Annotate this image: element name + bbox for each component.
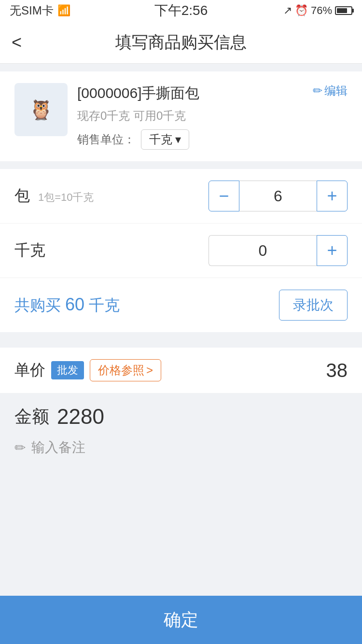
pencil-icon: ✏ xyxy=(14,440,26,456)
unit-selector[interactable]: 千克 ▾ xyxy=(141,129,189,150)
total-row: 共购买 60 千克 录批次 xyxy=(0,278,362,332)
kg-increment-button[interactable]: + xyxy=(317,235,348,266)
status-left: 无SIM卡 📶 xyxy=(10,3,70,18)
product-card: 🦉 [0000006]手撕面包 现存0千克 可用0千克 销售单位： 千克 ▾ ✏… xyxy=(0,71,362,161)
carrier-text: 无SIM卡 xyxy=(10,3,54,18)
alarm-icon: ⏰ xyxy=(295,4,308,17)
input-section: 包 1包=10千克 − + 千克 + xyxy=(0,169,362,278)
price-value: 38 xyxy=(326,360,348,381)
chevron-right-icon: > xyxy=(146,364,153,377)
gps-icon: ↗ xyxy=(283,4,292,17)
bag-hint: 1包=10千克 xyxy=(38,191,94,203)
battery-text: 76% xyxy=(311,4,332,17)
nav-bar: < 填写商品购买信息 xyxy=(0,21,362,64)
page-title: 填写商品购买信息 xyxy=(115,31,247,54)
wifi-icon: 📶 xyxy=(57,4,70,17)
total-label: 共购买 xyxy=(14,296,61,314)
bag-number-control: − + xyxy=(209,181,348,211)
unit-value: 千克 xyxy=(149,132,172,147)
product-thumbnail: 🦉 xyxy=(14,83,68,136)
battery-fill xyxy=(337,8,347,13)
edit-icon: ✏ xyxy=(313,84,322,98)
kg-input-row: 千克 + xyxy=(0,224,362,278)
remark-row[interactable]: ✏ 输入备注 xyxy=(14,438,348,468)
status-bar: 无SIM卡 📶 下午2:56 ↗ ⏰ 76% xyxy=(0,0,362,21)
price-tag: 批发 xyxy=(51,361,84,379)
total-amount: 60 xyxy=(65,294,84,314)
product-name: [0000006]手撕面包 xyxy=(77,83,348,103)
status-right: ↗ ⏰ 76% xyxy=(283,4,352,17)
confirm-label: 确定 xyxy=(164,608,198,632)
back-button[interactable]: < xyxy=(12,32,22,53)
product-stock: 现存0千克 可用0千克 xyxy=(77,108,348,124)
edit-button[interactable]: ✏ 编辑 xyxy=(313,83,348,98)
bag-decrement-button[interactable]: − xyxy=(209,181,239,211)
remark-placeholder: 输入备注 xyxy=(31,438,85,457)
kg-input[interactable] xyxy=(209,235,317,266)
bag-increment-button[interactable]: + xyxy=(317,181,348,211)
product-logo-icon: 🦉 xyxy=(29,98,53,121)
price-label: 单价 xyxy=(14,360,45,381)
price-ref-label: 价格参照 xyxy=(98,363,144,378)
price-reference-button[interactable]: 价格参照 > xyxy=(90,359,161,381)
amount-label: 金额 xyxy=(14,405,49,429)
price-section: 单价 批发 价格参照 > 38 xyxy=(0,348,362,393)
bag-input[interactable] xyxy=(239,181,317,211)
bag-input-row: 包 1包=10千克 − + xyxy=(0,169,362,224)
product-unit-row: 销售单位： 千克 ▾ xyxy=(77,129,348,150)
edit-label: 编辑 xyxy=(324,83,348,98)
kg-label: 千克 xyxy=(14,240,209,261)
batch-button[interactable]: 录批次 xyxy=(279,290,348,321)
price-row: 单价 批发 价格参照 > 38 xyxy=(14,359,348,381)
confirm-bar[interactable]: 确定 xyxy=(0,596,362,644)
chevron-down-icon: ▾ xyxy=(175,133,181,146)
bag-label: 包 1包=10千克 xyxy=(14,185,209,207)
divider-2 xyxy=(0,332,362,340)
amount-section: 金额 2280 ✏ 输入备注 xyxy=(0,393,362,468)
status-time: 下午2:56 xyxy=(154,1,208,20)
unit-label: 销售单位： xyxy=(77,132,135,147)
battery-icon xyxy=(335,6,352,15)
kg-number-control: + xyxy=(209,235,348,266)
amount-row: 金额 2280 xyxy=(14,405,348,438)
total-text: 共购买 60 千克 xyxy=(14,294,120,316)
divider-1 xyxy=(0,161,362,169)
product-info: [0000006]手撕面包 现存0千克 可用0千克 销售单位： 千克 ▾ xyxy=(77,83,348,150)
total-unit: 千克 xyxy=(89,296,120,314)
amount-value: 2280 xyxy=(57,405,104,429)
